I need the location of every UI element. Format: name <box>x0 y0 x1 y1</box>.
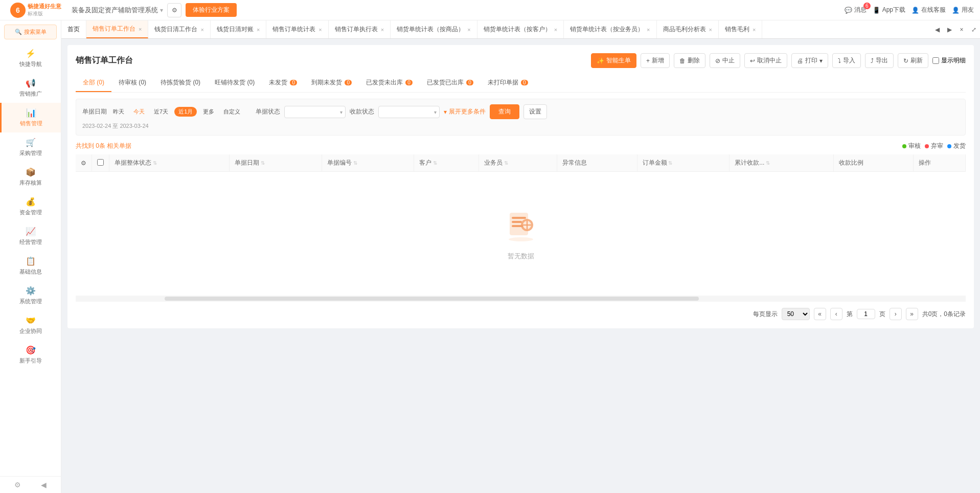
tab-sales-stats-product[interactable]: 销货单统计表（按商品） × <box>391 20 477 38</box>
expand-filters-button[interactable]: ▾ 展开更多条件 <box>444 107 486 116</box>
tab-cash-reconcile-close[interactable]: × <box>257 27 260 33</box>
filter-tab-expired-unshipped[interactable]: 到期未发货 0 <box>304 74 359 92</box>
horizontal-scrollbar[interactable] <box>76 296 966 302</box>
tab-sales-stats-staff-close[interactable]: × <box>647 27 650 33</box>
filter-tab-not-shipped[interactable]: 未发货 0 <box>262 74 304 92</box>
tab-next-button[interactable]: ▶ <box>943 24 955 36</box>
refresh-button[interactable]: ↻ 刷新 <box>898 53 928 68</box>
tab-sales-order-exec-close[interactable]: × <box>381 27 384 33</box>
col-customer-header[interactable]: 客户 <box>414 154 478 172</box>
page-input[interactable] <box>857 309 875 319</box>
last-page-button[interactable]: » <box>906 308 918 320</box>
tab-maximize-button[interactable]: ⤢ <box>968 24 980 36</box>
tab-sales-order-stats[interactable]: 销售订单统计表 × <box>266 20 328 38</box>
sidebar-item-enterprise[interactable]: 🤝 企业协同 <box>0 310 61 340</box>
sidebar-item-label-system: 系统管理 <box>19 298 42 305</box>
sidebar-item-system[interactable]: ⚙️ 系统管理 <box>0 281 61 310</box>
tab-cash-daily[interactable]: 钱货日清工作台 × <box>148 20 210 38</box>
sidebar-item-sales[interactable]: 📊 销售管理 <box>0 103 61 132</box>
set-button[interactable]: 设置 <box>523 104 547 119</box>
tab-sales-stats-product-close[interactable]: × <box>467 27 470 33</box>
sidebar-item-finance[interactable]: 💰 资金管理 <box>0 192 61 221</box>
cancel-review-quick-action[interactable]: 弃审 <box>925 142 943 150</box>
sidebar-item-purchase[interactable]: 🛒 采购管理 <box>0 132 61 162</box>
tab-prev-button[interactable]: ◀ <box>931 24 943 36</box>
app-download-item[interactable]: 📱 App下载 <box>873 6 905 14</box>
query-button[interactable]: 查询 <box>490 104 519 119</box>
sidebar-item-basic-info[interactable]: 📋 基础信息 <box>0 251 61 281</box>
cancel-pause-button[interactable]: ↩ 取消中止 <box>744 53 787 68</box>
messages-item[interactable]: 💬 消息 6 <box>845 6 867 14</box>
tab-sales-stats-customer-close[interactable]: × <box>554 27 557 33</box>
tab-product-margin-close[interactable]: × <box>709 27 712 33</box>
tab-sales-order-stats-close[interactable]: × <box>318 27 322 33</box>
tab-cash-reconcile[interactable]: 钱货日清对账 × <box>211 20 266 38</box>
col-check-header[interactable] <box>92 154 109 172</box>
filter-tab-shipped-out[interactable]: 已发货已出库 0 <box>420 74 481 92</box>
first-page-button[interactable]: « <box>814 308 826 320</box>
prev-page-button[interactable]: ‹ <box>830 308 842 320</box>
import-button[interactable]: ⤵ 导入 <box>832 53 861 68</box>
date-quick-more[interactable]: 更多 <box>200 107 217 117</box>
col-staff-header[interactable]: 业务员 <box>478 154 557 172</box>
filter-tab-unprinted[interactable]: 未打印单据 0 <box>481 74 535 92</box>
date-quick-today[interactable]: 今天 <box>130 107 148 117</box>
show-detail-checkbox[interactable] <box>932 57 939 64</box>
review-quick-action[interactable]: 审核 <box>902 142 921 150</box>
date-filter-label: 单据日期 <box>82 107 107 116</box>
date-quick-7days[interactable]: 近7天 <box>151 107 171 117</box>
add-button[interactable]: + 新增 <box>641 53 670 68</box>
search-menu-button[interactable]: 🔍 搜索菜单 <box>4 25 57 39</box>
sidebar-item-marketing[interactable]: 📢 营销推广 <box>0 73 61 103</box>
delete-button[interactable]: 🗑 删除 <box>674 53 705 68</box>
ship-quick-action[interactable]: 发货 <box>947 142 966 150</box>
payment-select[interactable] <box>378 106 440 118</box>
export-button[interactable]: ⤴ 导出 <box>865 53 894 68</box>
status-select[interactable] <box>284 106 346 118</box>
col-date-header[interactable]: 单据日期 <box>230 154 322 172</box>
date-quick-custom[interactable]: 自定义 <box>220 107 243 117</box>
next-page-button[interactable]: › <box>890 308 902 320</box>
tab-close-all-button[interactable]: × <box>955 24 968 36</box>
smart-generate-button[interactable]: ✨ 智能生单 <box>591 53 636 68</box>
filter-tab-pending-inspect[interactable]: 待拣货验货 (0) <box>153 74 208 92</box>
col-number-header[interactable]: 单据编号 <box>322 154 414 172</box>
date-quick-yesterday[interactable]: 昨天 <box>110 107 127 117</box>
pause-button[interactable]: ⊘ 中止 <box>710 53 740 68</box>
sidebar-collapse-button[interactable]: ◀ <box>41 481 47 489</box>
print-button[interactable]: 🖨 打印 ▾ <box>791 53 828 68</box>
tab-sales-profit-close[interactable]: × <box>753 27 756 33</box>
user-item[interactable]: 👤 用友 <box>952 6 974 14</box>
date-quick-1month[interactable]: 近1月 <box>174 107 197 117</box>
col-collected-header[interactable]: 累计收款... <box>730 154 833 172</box>
select-all-checkbox[interactable] <box>97 159 104 166</box>
online-service-item[interactable]: 👤 在线客服 <box>911 6 946 14</box>
filter-tab-shipped-not-out[interactable]: 已发货未出库 0 <box>359 74 420 92</box>
show-detail-toggle[interactable]: 显示明细 <box>932 56 966 65</box>
col-amount-header[interactable]: 订单金额 <box>637 154 730 172</box>
sidebar-settings-button[interactable]: ⚙ <box>14 481 21 489</box>
sidebar-item-inventory[interactable]: 📦 库存核算 <box>0 162 61 192</box>
tab-sales-profit[interactable]: 销售毛利 × <box>719 20 762 38</box>
trial-button[interactable]: 体验行业方案 <box>186 3 237 17</box>
sidebar-item-guide[interactable]: 🎯 新手引导 <box>0 340 61 370</box>
col-settings-header[interactable]: ⚙ <box>76 154 92 172</box>
filter-tab-pending-review[interactable]: 待审核 (0) <box>111 74 153 92</box>
tab-sales-order-workbench[interactable]: 销售订单工作台 × <box>86 20 148 38</box>
scrollbar-thumb[interactable] <box>165 297 699 301</box>
settings-button[interactable]: ⚙ <box>167 3 181 17</box>
tab-sales-stats-customer[interactable]: 销货单统计表（按客户） × <box>477 20 564 38</box>
tab-cash-daily-close[interactable]: × <box>200 27 203 33</box>
per-page-select[interactable]: 20 50 100 <box>782 308 810 320</box>
tab-home[interactable]: 首页 <box>61 20 86 38</box>
filter-tab-all[interactable]: 全部 (0) <box>76 74 111 92</box>
tab-sales-stats-staff[interactable]: 销货单统计表（按业务员） × <box>564 20 656 38</box>
col-status-header[interactable]: 单据整体状态 <box>109 154 230 172</box>
filter-tab-wangpu-pending[interactable]: 旺铺待发货 (0) <box>208 74 262 92</box>
sidebar-item-operations[interactable]: 📈 经营管理 <box>0 221 61 251</box>
system-dropdown-icon[interactable]: ▾ <box>160 7 163 14</box>
tab-product-margin[interactable]: 商品毛利分析表 × <box>657 20 719 38</box>
tab-sales-order-exec[interactable]: 销售订单执行表 × <box>329 20 391 38</box>
sidebar-item-quick-nav[interactable]: ⚡ 快捷导航 <box>0 43 61 73</box>
tab-sales-order-workbench-close[interactable]: × <box>139 26 142 32</box>
